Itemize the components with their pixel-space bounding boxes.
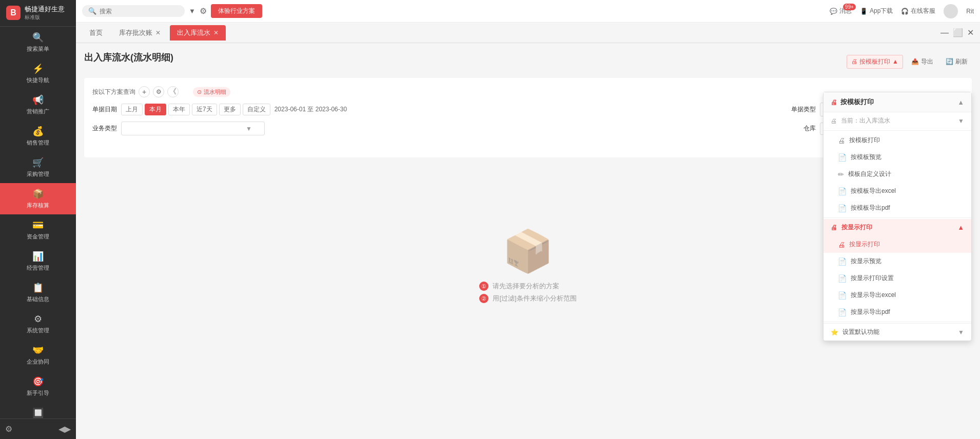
template-custom-btn[interactable]: ✏ 模板自定义设计 <box>824 166 971 183</box>
empty-step-2: ② 用[过滤]条件来缩小分析范围 <box>479 294 576 303</box>
texcel-icon: 📄 <box>838 187 847 195</box>
tab-batch-label: 库存批次账 <box>119 28 152 37</box>
sidebar-item-label: 采购管理 <box>27 170 49 178</box>
marketing-icon: 📢 <box>32 94 44 106</box>
tab-batch-close[interactable]: ✕ <box>155 29 161 36</box>
date-btn-this-month[interactable]: 本月 <box>145 104 166 115</box>
business-label: 业务类型 <box>92 124 117 133</box>
sidebar-item-apps[interactable]: 🔲 应用中心 <box>0 402 76 418</box>
filter-settings-btn[interactable]: ⚙ <box>153 86 164 97</box>
sidebar-item-operations[interactable]: 📊 经营管理 <box>0 246 76 277</box>
sidebar-item-system[interactable]: ⚙ 系统管理 <box>0 308 76 340</box>
message-icon: 💬 <box>830 8 837 15</box>
phone-icon: 📱 <box>860 8 868 15</box>
collapse-icon[interactable]: ◀▶ <box>58 424 71 434</box>
filter-chip[interactable]: ⊙ 流水明细 <box>193 87 230 97</box>
dropdown-header-title: 🖨 按模板打印 <box>831 97 874 107</box>
industry-btn[interactable]: 体验行业方案 <box>211 4 262 18</box>
display-section-title-group: 🖨 按显示打印 <box>831 223 872 232</box>
business-select[interactable]: ▼ <box>121 122 265 135</box>
date-btn-custom[interactable]: 自定义 <box>243 104 270 115</box>
dexcel-icon: 📄 <box>838 291 847 300</box>
refresh-btn[interactable]: 🔄 刷新 <box>942 55 972 68</box>
sidebar-item-inventory[interactable]: 📦 库存核算 <box>0 183 76 214</box>
print-template-btn[interactable]: 🖨 按模板打印 ▲ <box>847 55 903 69</box>
display-print-btn[interactable]: 🖨 按显示打印 <box>824 236 971 253</box>
date-btn-more[interactable]: 更多 <box>219 104 241 115</box>
avatar[interactable] <box>944 4 958 18</box>
filter-chip-icon: ⊙ <box>197 89 202 95</box>
sidebar-item-basic[interactable]: 📋 基础信息 <box>0 277 76 308</box>
tab-home[interactable]: 首页 <box>82 25 110 41</box>
message-btn[interactable]: 💬 消息 99+ <box>830 7 852 15</box>
search-box[interactable]: 🔍 <box>82 5 185 17</box>
app-download-btn[interactable]: 📱 App下载 <box>860 7 893 15</box>
filter-chip-label: 流水明细 <box>204 88 226 96</box>
online-service-btn[interactable]: 🎧 在线客服 <box>901 7 935 15</box>
date-buttons: 上月 本月 本年 近7天 更多 自定义 <box>121 104 270 115</box>
sidebar-item-enterprise[interactable]: 🤝 企业协同 <box>0 340 76 371</box>
sidebar-item-label: 销售管理 <box>27 139 49 147</box>
sidebar-item-label: 经营管理 <box>27 264 49 272</box>
search-icon: 🔍 <box>32 32 44 43</box>
filter-collapse-btn[interactable]: 《 <box>167 86 179 97</box>
minimize-btn[interactable]: — <box>940 28 949 37</box>
dropdown-header-close[interactable]: ▲ <box>957 98 964 106</box>
dprint-icon: 🖨 <box>838 241 845 249</box>
dropdown-current[interactable]: 🖨 当前：出入库流水 ▼ <box>824 112 971 129</box>
search-dropdown-arrow[interactable]: ▼ <box>189 7 195 15</box>
search-input[interactable] <box>100 8 171 15</box>
tab-flow[interactable]: 出入库流水 ✕ <box>170 25 226 41</box>
page-title: 出入库流水(流水明细) <box>84 51 173 64</box>
tab-flow-close[interactable]: ✕ <box>213 29 219 36</box>
dpreview-label: 按显示预览 <box>851 257 881 266</box>
display-preview-btn[interactable]: 📄 按显示预览 <box>824 253 971 270</box>
template-export-pdf-btn[interactable]: 📄 按模板导出pdf <box>824 199 971 216</box>
display-export-pdf-btn[interactable]: 📄 按显示导出pdf <box>824 304 971 321</box>
step-1-text: 请先选择要分析的方案 <box>493 282 559 291</box>
sidebar-item-label: 系统管理 <box>27 327 49 334</box>
set-default-icon: ⭐ <box>831 329 838 336</box>
template-export-excel-btn[interactable]: 📄 按模板导出excel <box>824 183 971 199</box>
dropdown-header-label: 按模板打印 <box>840 97 874 107</box>
tcustom-label: 模板自定义设计 <box>848 170 891 178</box>
current-label: 当前：出入库流水 <box>841 116 890 125</box>
filter-label: 按以下方案查询 <box>92 88 135 96</box>
business-select-value <box>126 124 132 133</box>
finance-icon: 💳 <box>32 220 44 231</box>
close-btn[interactable]: ✕ <box>967 28 974 37</box>
template-preview-btn[interactable]: 📄 按模板预览 <box>824 149 971 166</box>
template-print-btn[interactable]: 🖨 按模板打印 <box>824 132 971 149</box>
sidebar-item-guide[interactable]: 🎯 新手引导 <box>0 371 76 402</box>
sidebar-item-label: 基础信息 <box>27 295 49 303</box>
sidebar-item-marketing[interactable]: 📢 营销推广 <box>0 89 76 121</box>
sidebar-item-sales[interactable]: 💰 销售管理 <box>0 121 76 152</box>
tab-batch-account[interactable]: 库存批次账 ✕ <box>112 25 168 41</box>
display-print-settings-btn[interactable]: 📄 按显示打印设置 <box>824 270 971 287</box>
username-label[interactable]: Rit <box>966 8 974 15</box>
apps-icon: 🔲 <box>32 407 44 418</box>
settings-gear-icon[interactable]: ⚙ <box>200 6 207 16</box>
sidebar-item-purchase[interactable]: 🛒 采购管理 <box>0 152 76 183</box>
date-filter: 单据日期 上月 本月 本年 近7天 更多 自定义 2023-06-01 至 20… <box>92 104 524 115</box>
date-btn-this-year[interactable]: 本年 <box>168 104 190 115</box>
printer-header-icon: 🖨 <box>831 98 837 106</box>
date-btn-7days[interactable]: 近7天 <box>192 104 217 115</box>
sidebar-logo: B 畅捷通好生意 标准版 <box>0 0 76 27</box>
display-export-excel-btn[interactable]: 📄 按显示导出excel <box>824 287 971 304</box>
sidebar-item-search[interactable]: 🔍 搜索菜单 <box>0 27 76 58</box>
filter-add-btn[interactable]: + <box>139 86 150 97</box>
settings-icon[interactable]: ⚙ <box>5 424 12 434</box>
dprint-settings-label: 按显示打印设置 <box>851 274 894 283</box>
set-default-btn[interactable]: ⭐ 设置默认功能 ▼ <box>824 323 971 341</box>
sidebar-item-finance[interactable]: 💳 资金管理 <box>0 214 76 246</box>
display-print-section[interactable]: 🖨 按显示打印 ▲ <box>824 219 971 236</box>
export-btn[interactable]: 📤 导出 <box>907 55 937 68</box>
sidebar-item-label: 搜索菜单 <box>27 45 49 53</box>
dropdown-header: 🖨 按模板打印 ▲ <box>824 92 971 112</box>
date-btn-last-month[interactable]: 上月 <box>121 104 143 115</box>
sidebar-item-quick-nav[interactable]: ⚡ 快捷导航 <box>0 58 76 89</box>
restore-btn[interactable]: ⬜ <box>953 28 963 37</box>
system-icon: ⚙ <box>34 313 42 325</box>
inventory-icon: 📦 <box>32 188 44 199</box>
